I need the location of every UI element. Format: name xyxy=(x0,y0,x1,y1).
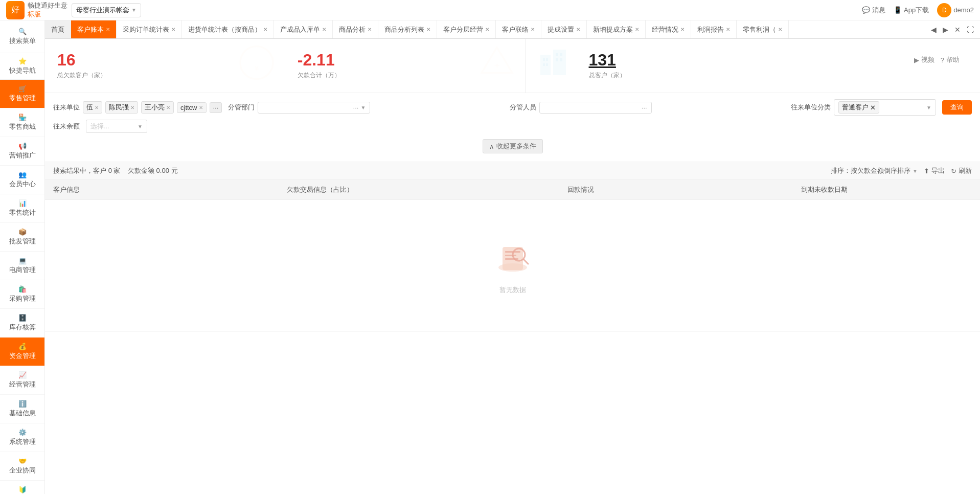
close-tab-icon[interactable]: ✕ xyxy=(368,27,372,32)
stat-card-total-customers: 131 总客户（家） ▶ 视频 ? 帮助 xyxy=(526,39,981,93)
sort-chevron-icon: ▼ xyxy=(913,168,918,174)
sidebar-item-finance[interactable]: 💰 资金管理 xyxy=(0,338,44,366)
remove-category[interactable]: ✕ xyxy=(870,104,876,111)
sidebar-item-basic-info[interactable]: ℹ️ 基础信息 xyxy=(0,395,44,423)
balance-select[interactable]: 选择... ▼ xyxy=(86,120,147,133)
sidebar-item-new-guide[interactable]: 🔰 新手引导 xyxy=(0,481,44,494)
col-header-customer-info: 客户信息 xyxy=(45,180,279,200)
close-tab-icon[interactable]: ✕ xyxy=(426,27,430,32)
query-button[interactable]: 查询 xyxy=(942,100,972,115)
refresh-button[interactable]: ↻ 刷新 xyxy=(951,166,972,175)
no-data-svg-icon xyxy=(492,237,533,278)
close-tab-icon[interactable]: ✕ xyxy=(726,27,730,32)
search-menu-button[interactable]: 🔍 搜索菜单 xyxy=(4,26,40,48)
sidebar-item-batch-mgmt[interactable]: 📦 批发管理 xyxy=(0,223,44,252)
tab-fullscreen[interactable]: ⛶ xyxy=(965,25,976,35)
balance-chevron-icon: ▼ xyxy=(138,124,143,129)
tab-customer-tier[interactable]: 客户分层经营 ✕ xyxy=(437,20,496,39)
tab-retail-profit[interactable]: 零售利润（ ✕ xyxy=(737,20,789,39)
store-selector[interactable]: 母婴行业演示帐套 ▼ xyxy=(72,3,141,17)
stat-value-amount: -2.11 xyxy=(298,52,340,68)
person-filter-label: 分管人员 xyxy=(510,103,536,112)
sort-select[interactable]: 排序：按欠款金额倒序排序 ▼ xyxy=(831,166,918,175)
close-tab-icon[interactable]: ✕ xyxy=(263,27,267,32)
unit-more-button[interactable]: ··· xyxy=(210,102,222,113)
category-type-select[interactable]: 普通客户 ✕ ▼ xyxy=(834,99,936,116)
sidebar-item-retail-mall[interactable]: 🏪 零售商城 xyxy=(0,108,44,137)
tab-goods-analysis-list[interactable]: 商品分析列表 ✕ xyxy=(378,20,437,39)
empty-state-cell: 暂无数据 xyxy=(45,200,980,332)
sidebar-item-purchase[interactable]: 🛍️ 采购管理 xyxy=(0,280,44,309)
help-btn[interactable]: ? 帮助 xyxy=(941,55,960,64)
remove-unit-wang[interactable]: ✕ xyxy=(166,105,170,110)
ecommerce-icon: 💻 xyxy=(18,257,27,264)
tab-new-promote[interactable]: 新增提成方案 ✕ xyxy=(587,20,646,39)
ops-icon: 📈 xyxy=(18,371,27,379)
sidebar-item-marketing[interactable]: 📢 营销推广 xyxy=(0,137,44,166)
stat-info-customers: 16 总欠款客户（家） xyxy=(57,52,106,80)
tab-cost-stock[interactable]: 产成品入库单 ✕ xyxy=(274,20,333,39)
tab-scroll-right[interactable]: ▶ xyxy=(941,25,950,35)
refresh-icon: ↻ xyxy=(951,167,956,175)
category-tag-normal: 普通客户 ✕ xyxy=(838,101,879,114)
sidebar-item-sys-mgmt[interactable]: ⚙️ 系统管理 xyxy=(0,423,44,452)
stat-label-total: 总客户（家） xyxy=(589,71,626,80)
collapse-row: ∧ 收起更多条件 xyxy=(53,137,972,155)
app-download-action[interactable]: 📱 App下载 xyxy=(894,6,929,15)
dept-select[interactable]: ··· ▼ xyxy=(258,102,370,114)
tab-stock-in-stat[interactable]: 进货单统计表（按商品） ✕ xyxy=(182,20,274,39)
message-action[interactable]: 💬 消息 xyxy=(862,6,885,15)
tab-profit-report[interactable]: 利润报告 ✕ xyxy=(691,20,737,39)
collapse-button[interactable]: ∧ 收起更多条件 xyxy=(483,139,543,153)
logo-area: 好 畅捷通好生意 标版 xyxy=(6,1,67,19)
user-action[interactable]: D demo2 xyxy=(937,3,974,17)
tab-scroll-left[interactable]: ◀ xyxy=(929,25,939,35)
remove-unit-wu[interactable]: ✕ xyxy=(95,105,99,110)
sidebar-item-enterprise-coop[interactable]: 🤝 企业协同 xyxy=(0,452,44,481)
close-tab-icon[interactable]: ✕ xyxy=(171,27,175,32)
enterprise-coop-icon: 🤝 xyxy=(18,457,27,465)
sidebar-item-member-center[interactable]: 👥 会员中心 xyxy=(0,166,44,194)
close-tab-icon[interactable]: ✕ xyxy=(576,27,580,32)
person-select[interactable]: ··· xyxy=(539,102,652,114)
sidebar-item-ecommerce[interactable]: 💻 电商管理 xyxy=(0,252,44,280)
retail-stats-icon: 📊 xyxy=(18,199,27,207)
stat-info-amount: -2.11 欠款合计（万） xyxy=(298,52,340,80)
person-dots-icon[interactable]: ··· xyxy=(642,104,647,111)
close-tab-icon[interactable]: ✕ xyxy=(680,27,685,32)
tab-close-all[interactable]: ✕ xyxy=(952,25,963,35)
tab-business-status[interactable]: 经营情况 ✕ xyxy=(646,20,691,39)
export-button[interactable]: ⬆ 导出 xyxy=(924,166,945,175)
close-tab-icon[interactable]: ✕ xyxy=(635,27,639,32)
sidebar-item-inventory[interactable]: 🗄️ 库存核算 xyxy=(0,309,44,338)
table-header-row: 客户信息 欠款交易信息（占比） 回款情况 到期未收款日期 xyxy=(45,180,980,200)
close-tab-icon[interactable]: ✕ xyxy=(322,27,326,32)
sidebar-item-retail-mgmt[interactable]: 🛒 零售管理 xyxy=(0,80,44,108)
tab-customer-contact[interactable]: 客户联络 ✕ xyxy=(496,20,541,39)
tab-purchase-order[interactable]: 采购订单统计表 ✕ xyxy=(117,20,182,39)
close-tab-icon[interactable]: ✕ xyxy=(106,27,110,32)
stat-info-total: 131 总客户（家） xyxy=(589,52,626,80)
member-center-icon: 👥 xyxy=(18,171,27,178)
video-btn[interactable]: ▶ 视频 xyxy=(914,55,935,64)
close-tab-icon[interactable]: ✕ xyxy=(531,27,535,32)
tab-bar-controls: ◀ ▶ ✕ ⛶ xyxy=(925,25,980,35)
quick-nav-button[interactable]: ⭐ 快捷导航 xyxy=(0,53,44,80)
unit-tag-wu: 伍 ✕ xyxy=(83,101,102,114)
table-header: 客户信息 欠款交易信息（占比） 回款情况 到期未收款日期 xyxy=(45,180,980,200)
message-icon: 💬 xyxy=(862,6,870,14)
remove-unit-cjttcw[interactable]: ✕ xyxy=(199,105,203,110)
tab-home[interactable]: 首页 xyxy=(45,20,71,39)
remove-unit-chen[interactable]: ✕ xyxy=(130,105,134,110)
tab-goods-analysis[interactable]: 商品分析 ✕ xyxy=(333,20,378,39)
close-tab-icon[interactable]: ✕ xyxy=(778,27,782,32)
tab-customer-ledger[interactable]: 客户账本 ✕ xyxy=(71,20,117,39)
collapse-up-icon: ∧ xyxy=(489,143,494,150)
sidebar-item-ops[interactable]: 📈 经营管理 xyxy=(0,366,44,395)
svg-rect-12 xyxy=(556,58,558,61)
sort-label: 排序：按欠款金额倒序排序 xyxy=(831,166,910,175)
tab-promote-settings[interactable]: 提成设置 ✕ xyxy=(541,20,587,39)
dept-dots-icon[interactable]: ··· xyxy=(353,104,359,111)
sidebar-item-retail-stats[interactable]: 📊 零售统计 xyxy=(0,194,44,223)
close-tab-icon[interactable]: ✕ xyxy=(485,27,489,32)
